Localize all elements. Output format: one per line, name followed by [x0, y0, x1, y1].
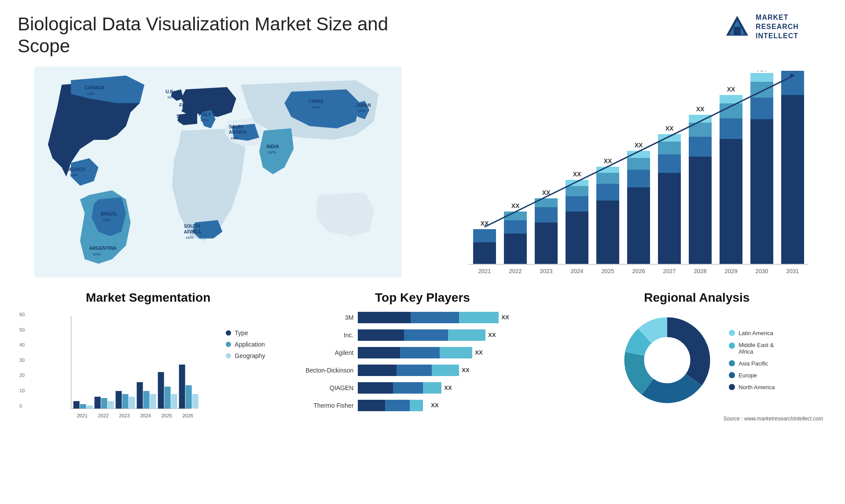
svg-rect-89 — [87, 405, 93, 409]
mexico-label: MEXICO — [67, 167, 85, 172]
svg-text:2021: 2021 — [77, 413, 87, 418]
regional-item-latin: Latin America — [729, 330, 775, 336]
france-label: FRANCE — [179, 103, 198, 108]
svg-text:2024: 2024 — [140, 413, 151, 418]
svg-text:xx%: xx% — [205, 101, 213, 106]
player-row-thermo: Thermo Fisher XX — [292, 400, 553, 411]
regional-donut — [619, 312, 716, 409]
svg-text:xx%: xx% — [61, 139, 69, 144]
seg-legend-application: Application — [226, 341, 279, 348]
player-name-qiagen: QIAGEN — [292, 384, 353, 391]
svg-text:xx%: xx% — [181, 108, 189, 113]
svg-text:ARABIA: ARABIA — [229, 130, 247, 135]
svg-point-117 — [644, 337, 690, 383]
svg-text:xx%: xx% — [186, 235, 194, 240]
logo-text: MARKETRESEARCHINTELLECT — [756, 13, 799, 40]
svg-rect-34 — [566, 186, 588, 196]
svg-rect-94 — [122, 394, 129, 409]
svg-rect-40 — [596, 167, 619, 173]
source-text: Source : www.marketresearchintellect.com — [566, 416, 827, 422]
svg-text:xx%: xx% — [70, 172, 78, 177]
key-players-title: Top Key Players — [292, 291, 553, 305]
geography-label: Geography — [235, 352, 265, 359]
china-label: CHINA — [309, 99, 323, 104]
svg-text:XX: XX — [665, 125, 674, 132]
svg-rect-91 — [101, 398, 107, 409]
svg-rect-42 — [627, 187, 650, 264]
logo-area: MARKETRESEARCHINTELLECT — [695, 13, 827, 40]
svg-rect-93 — [116, 391, 122, 409]
svg-text:XX: XX — [573, 171, 581, 178]
india-label: INDIA — [267, 144, 279, 149]
world-map: CANADA xx% U.S. xx% MEXICO xx% BRAZIL xx… — [18, 66, 418, 278]
svg-text:2023: 2023 — [540, 268, 553, 274]
svg-text:XX: XX — [787, 71, 798, 73]
svg-text:2031: 2031 — [786, 268, 799, 274]
svg-text:2023: 2023 — [119, 413, 129, 418]
application-dot — [226, 342, 231, 347]
bar-seg1 — [358, 312, 411, 323]
saudi-label: SAUDI — [229, 124, 243, 129]
svg-rect-96 — [137, 382, 143, 409]
mea-label: Middle East &Africa — [738, 342, 774, 355]
segmentation-chart: 2021 2022 2023 2024 2025 2026 — [31, 312, 217, 426]
svg-rect-103 — [186, 385, 192, 409]
svg-text:XX: XX — [511, 202, 520, 209]
svg-text:xx%: xx% — [357, 108, 365, 113]
svg-text:xx%: xx% — [167, 95, 175, 99]
player-val-agilent: XX — [475, 349, 482, 356]
svg-rect-97 — [143, 391, 150, 409]
brazil-label: BRAZIL — [101, 212, 118, 216]
player-row-3m: 3M XX — [292, 312, 553, 323]
svg-rect-67 — [781, 95, 804, 264]
europe-label: Europe — [738, 372, 757, 379]
application-label: Application — [235, 341, 265, 348]
segmentation-title: Market Segmentation — [18, 291, 279, 305]
regional-item-europe: Europe — [729, 372, 775, 379]
player-row-agilent: Agilent XX — [292, 347, 553, 358]
regional-item-na: North America — [729, 384, 775, 391]
svg-text:2021: 2021 — [478, 268, 491, 274]
svg-rect-58 — [720, 118, 742, 139]
svg-text:2029: 2029 — [725, 268, 738, 274]
svg-text:2025: 2025 — [161, 413, 172, 418]
svg-text:2026: 2026 — [632, 268, 645, 274]
svg-rect-95 — [129, 397, 135, 409]
italy-label: ITALY — [198, 112, 211, 117]
svg-text:XX: XX — [604, 157, 612, 164]
svg-rect-52 — [689, 157, 712, 264]
player-name-inc: Inc. — [292, 332, 353, 339]
regional-item-apac: Asia Pacific — [729, 360, 775, 367]
svg-text:2026: 2026 — [182, 413, 193, 418]
geography-dot — [226, 353, 231, 358]
svg-rect-99 — [158, 372, 164, 409]
growth-chart: XX XX XX XX XX — [427, 71, 827, 282]
player-val-inc: XX — [488, 332, 496, 338]
japan-label: JAPAN — [356, 103, 371, 108]
svg-rect-57 — [720, 139, 742, 264]
spain-label: SPAIN — [176, 114, 190, 119]
svg-rect-39 — [596, 173, 619, 184]
player-name-agilent: Agilent — [292, 349, 353, 356]
svg-rect-21 — [473, 242, 496, 264]
svg-rect-87 — [73, 401, 80, 409]
svg-rect-43 — [627, 170, 650, 187]
svg-text:xx%: xx% — [93, 252, 101, 256]
player-name-thermo: Thermo Fisher — [292, 402, 353, 409]
svg-text:xx%: xx% — [231, 135, 239, 140]
player-val-3m: XX — [501, 314, 509, 321]
svg-rect-44 — [627, 158, 650, 170]
svg-text:XX: XX — [757, 71, 767, 73]
svg-rect-30 — [535, 198, 558, 207]
argentina-label: ARGENTINA — [89, 246, 117, 251]
player-name-3m: 3M — [292, 314, 353, 321]
svg-rect-63 — [750, 98, 773, 119]
svg-rect-62 — [750, 119, 773, 264]
player-row-qiagen: QIAGEN XX — [292, 382, 553, 394]
svg-text:XX: XX — [696, 106, 705, 113]
svg-text:2022: 2022 — [98, 413, 108, 418]
seg-legend-geography: Geography — [226, 352, 279, 359]
svg-rect-29 — [535, 207, 558, 223]
player-val-qiagen: XX — [444, 384, 452, 391]
svg-text:XX: XX — [727, 86, 735, 93]
